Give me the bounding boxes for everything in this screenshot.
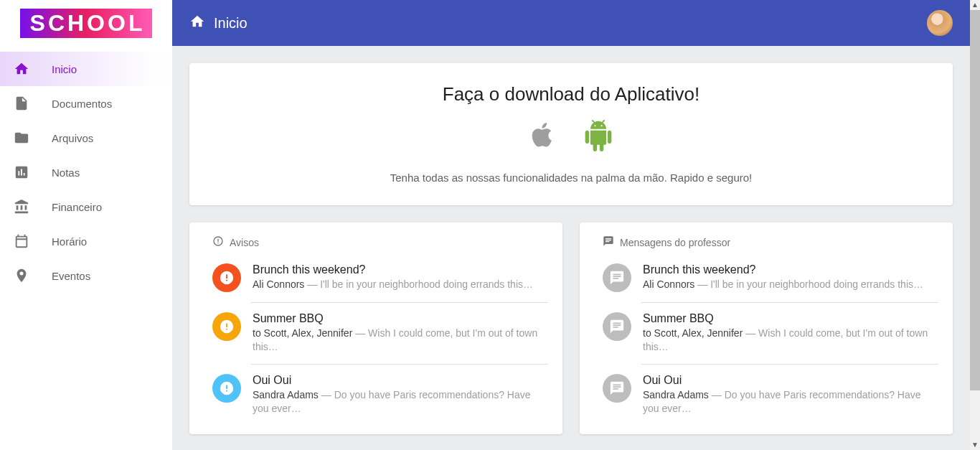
alert-icon <box>212 374 241 403</box>
sidebar-item-label: Arquivos <box>52 132 93 144</box>
bank-icon <box>13 198 30 215</box>
apple-icon[interactable] <box>528 118 557 156</box>
mensagens-panel: Mensagens do professor Brunch this weeke… <box>580 222 953 434</box>
doc-icon <box>13 95 30 112</box>
sidebar-item-label: Horário <box>52 235 87 248</box>
sidebar-item-label: Eventos <box>52 270 90 282</box>
android-icon[interactable] <box>583 118 614 156</box>
calendar-icon <box>13 233 30 250</box>
page-title: Inicio <box>214 15 248 32</box>
alert-icon <box>212 312 241 341</box>
pin-icon <box>13 267 30 284</box>
list-item[interactable]: Brunch this weekend?Ali Connors — I'll b… <box>580 253 953 302</box>
app-header: Inicio <box>172 0 970 46</box>
sidebar-item-inicio[interactable]: Inicio <box>0 52 172 86</box>
list-item[interactable]: Brunch this weekend?Ali Connors — I'll b… <box>189 253 562 302</box>
list-item[interactable]: Summer BBQto Scott, Alex, Jennifer — Wis… <box>580 302 953 364</box>
brand-logo[interactable]: SCHOOL <box>0 0 172 46</box>
alert-icon <box>212 235 230 249</box>
list-item[interactable]: Summer BBQto Scott, Alex, Jennifer — Wis… <box>189 302 562 364</box>
download-card: Faça o download do Aplicativo! Tenha tod… <box>189 63 953 205</box>
item-title: Summer BBQ <box>643 312 930 325</box>
download-title: Faça o download do Aplicativo! <box>204 83 938 106</box>
list-item[interactable]: Oui OuiSandra Adams — Do you have Paris … <box>580 364 953 426</box>
sidebar-item-financeiro[interactable]: Financeiro <box>0 189 172 224</box>
sidebar-item-label: Inicio <box>52 63 77 75</box>
item-subtitle: Sandra Adams — Do you have Paris recomme… <box>253 388 540 416</box>
sidebar: InicioDocumentosArquivosNotasFinanceiroH… <box>0 46 172 450</box>
sidebar-item-documentos[interactable]: Documentos <box>0 86 172 121</box>
home-icon <box>189 14 214 32</box>
sidebar-item-label: Notas <box>52 167 80 179</box>
home-icon <box>13 60 30 78</box>
avisos-title: Avisos <box>230 237 259 248</box>
chat-icon <box>603 374 631 403</box>
item-title: Summer BBQ <box>253 312 540 325</box>
list-item[interactable]: Oui OuiSandra Adams — Do you have Paris … <box>189 364 562 426</box>
sidebar-item-label: Financeiro <box>52 201 102 213</box>
sidebar-item-arquivos[interactable]: Arquivos <box>0 121 172 155</box>
item-title: Brunch this weekend? <box>643 263 923 276</box>
item-subtitle: to Scott, Alex, Jennifer — Wish I could … <box>643 327 930 354</box>
chat-icon <box>603 312 631 341</box>
item-title: Oui Oui <box>643 374 930 387</box>
sidebar-item-notas[interactable]: Notas <box>0 155 172 189</box>
item-subtitle: Sandra Adams — Do you have Paris recomme… <box>643 388 930 416</box>
item-title: Brunch this weekend? <box>253 263 533 276</box>
avisos-panel: Avisos Brunch this weekend?Ali Connors —… <box>189 222 562 434</box>
sidebar-item-eventos[interactable]: Eventos <box>0 258 172 293</box>
sidebar-item-label: Documentos <box>52 98 112 110</box>
download-subtitle: Tenha todas as nossas funcionalidades na… <box>204 172 938 184</box>
alert-icon <box>212 263 241 292</box>
item-subtitle: Ali Connors — I'll be in your neighborho… <box>253 278 533 291</box>
user-avatar[interactable] <box>927 10 953 36</box>
sidebar-item-horario[interactable]: Horário <box>0 224 172 258</box>
chat-icon <box>603 263 631 292</box>
mensagens-title: Mensagens do professor <box>620 237 730 248</box>
bar-icon <box>13 164 30 181</box>
item-subtitle: to Scott, Alex, Jennifer — Wish I could … <box>253 327 540 354</box>
scrollbar[interactable]: ▲ ▼ <box>970 0 980 450</box>
item-title: Oui Oui <box>253 374 540 387</box>
message-icon <box>603 235 620 249</box>
item-subtitle: Ali Connors — I'll be in your neighborho… <box>643 278 923 291</box>
folder-icon <box>13 129 30 146</box>
